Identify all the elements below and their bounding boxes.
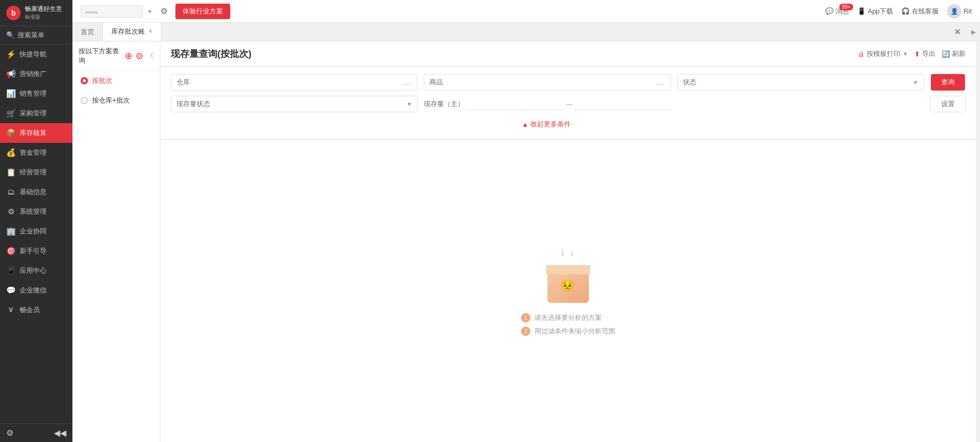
messages-badge: 99+ <box>839 4 853 10</box>
steam-1 <box>562 246 563 256</box>
inventory-quantity-filter: 现存量（主） — <box>424 98 671 110</box>
app-download-action[interactable]: 📱 App下载 <box>857 7 893 16</box>
user-name: Rit <box>963 7 972 15</box>
sidebar-item-finance[interactable]: 💰 资金管理 <box>0 143 72 163</box>
radio-batch-icon <box>81 77 88 84</box>
tabbar: 首页 库存批次账 ✕ ✕ ▶ <box>72 23 980 41</box>
tab-home-label: 首页 <box>81 27 94 37</box>
sidebar-item-wechat[interactable]: 💬 企业微信 <box>0 281 72 300</box>
hint-2: 2 用过滤条件来缩小分析范围 <box>521 327 615 336</box>
warehouse-label: 仓库 <box>176 78 190 87</box>
sidebar-item-label: 资金管理 <box>20 148 47 157</box>
basic-icon: 🗂 <box>6 187 16 197</box>
sidebar-item-label: 营销推广 <box>20 69 47 79</box>
tab-active-label: 库存批次账 <box>111 27 145 36</box>
print-label: 按模板打印 <box>867 49 900 58</box>
status-arrow[interactable]: ▼ <box>913 79 918 85</box>
add-scheme-icon[interactable]: ⊕ <box>125 50 132 62</box>
collapse-filters-button[interactable]: ▲ 收起更多条件 <box>171 116 924 132</box>
topbar-right: 💬 消息 99+ 📱 App下载 🎧 在线客服 👤 Rit <box>825 4 972 19</box>
apps-icon: 📱 <box>6 266 16 275</box>
empty-hints: 1 请先选择要分析的方案 2 用过滤条件来缩小分析范围 <box>521 313 615 336</box>
messages-action[interactable]: 💬 消息 99+ <box>825 7 849 16</box>
inv-status-arrow[interactable]: ▼ <box>406 101 412 107</box>
online-service-action[interactable]: 🎧 在线客服 <box>901 7 939 16</box>
quantity-max-input[interactable] <box>575 98 671 110</box>
quantity-min-input[interactable] <box>467 98 563 110</box>
radio-inner <box>83 79 86 82</box>
newbie-icon: 🎯 <box>6 246 16 256</box>
member-icon: V <box>6 305 16 315</box>
topbar-gear-icon[interactable]: ⚙ <box>157 4 171 19</box>
refresh-label: 刷新 <box>952 49 966 58</box>
sidebar-item-newbie[interactable]: 🎯 新手引导 <box>0 241 72 261</box>
topbar-dropdown-arrow[interactable]: ▼ <box>147 8 153 14</box>
enterprise-icon: 🏢 <box>6 227 16 236</box>
tab-home[interactable]: 首页 <box>72 23 103 41</box>
warehouse-input[interactable]: 仓库 ... <box>171 74 418 91</box>
wechat-icon: 💬 <box>6 286 16 295</box>
sidebar-item-inventory[interactable]: 📦 库存核算 <box>0 123 72 143</box>
refresh-button[interactable]: 🔄 刷新 <box>942 49 966 58</box>
warehouse-filter: 仓库 ... <box>171 74 418 91</box>
sidebar-item-quick-nav[interactable]: ⚡ 快捷导航 <box>0 45 72 64</box>
status-filter: 状态 ▼ <box>677 74 924 91</box>
scheme-by-warehouse-batch[interactable]: 按仓库+批次 <box>72 91 160 110</box>
sidebar-item-marketing[interactable]: 📢 营销推广 <box>0 64 72 84</box>
query-button[interactable]: 查询 <box>931 74 965 91</box>
sidebar-item-purchase[interactable]: 🛒 采购管理 <box>0 104 72 123</box>
right-content: 现存量查询(按批次) 🖨 按模板打印 ▼ ⬆ 导出 🔄 刷新 <box>160 41 976 442</box>
product-label: 商品 <box>429 78 443 87</box>
tabbar-close-button[interactable]: ✕ <box>948 23 967 41</box>
sidebar-item-system[interactable]: ⚙ 系统管理 <box>0 202 72 222</box>
scrollbar[interactable] <box>976 41 980 442</box>
user-avatar: 👤 <box>947 4 961 19</box>
settings-button[interactable]: 设置 <box>930 96 966 112</box>
tab-inventory-batch[interactable]: 库存批次账 ✕ <box>103 23 161 41</box>
sidebar-item-label: 系统管理 <box>20 207 47 216</box>
inventory-status-input[interactable]: 现存量状态 ▼ <box>171 96 418 112</box>
search-box-text: ▬▬ <box>85 8 98 15</box>
sidebar-item-label: 经营管理 <box>20 168 47 177</box>
app-download-icon: 📱 <box>857 7 866 15</box>
warehouse-dots[interactable]: ... <box>403 79 412 86</box>
topbar-search-box[interactable]: ▬▬ <box>81 5 143 18</box>
brand-sub: 标准版 <box>25 13 62 21</box>
sidebar-header: b 畅康通好生意 标准版 <box>0 0 72 26</box>
messages-icon: 💬 <box>825 7 834 15</box>
sidebar-item-basic[interactable]: 🗂 基础信息 <box>0 182 72 202</box>
product-dots[interactable]: ... <box>657 79 665 86</box>
hint-2-text: 用过滤条件来缩小分析范围 <box>534 327 615 336</box>
print-button[interactable]: 🖨 按模板打印 ▼ <box>858 49 908 58</box>
export-button[interactable]: ⬆ 导出 <box>914 49 936 58</box>
user-profile[interactable]: 👤 Rit <box>947 4 972 19</box>
settings-scheme-icon[interactable]: ⊚ <box>136 50 143 62</box>
sidebar-item-operation[interactable]: 📋 经营管理 <box>0 163 72 182</box>
purchase-icon: 🛒 <box>6 109 16 118</box>
sidebar-search[interactable]: 🔍 搜索菜单 <box>0 26 72 45</box>
product-input[interactable]: 商品 ... <box>424 74 671 91</box>
status-input[interactable]: 状态 ▼ <box>677 74 924 91</box>
tabbar-right-arrow[interactable]: ▶ <box>967 23 980 41</box>
main-area: ▬▬ ▼ ⚙ 体验行业方案 💬 消息 99+ 📱 App下载 🎧 在线客服 <box>72 0 980 442</box>
topbar: ▬▬ ▼ ⚙ 体验行业方案 💬 消息 99+ 📱 App下载 🎧 在线客服 <box>72 0 980 23</box>
sidebar-item-enterprise[interactable]: 🏢 企业协同 <box>0 222 72 241</box>
sales-icon: 📊 <box>6 89 16 98</box>
scheme-by-batch[interactable]: 按批次 <box>72 71 160 91</box>
collapse-label: 收起更多条件 <box>530 120 571 129</box>
sidebar-item-member[interactable]: V 畅会员 <box>0 300 72 320</box>
sidebar-item-sales[interactable]: 📊 销售管理 <box>0 84 72 104</box>
collapse-panel-icon[interactable]: 《 <box>146 51 154 61</box>
tab-close-button[interactable]: ✕ <box>148 28 153 35</box>
sidebar-item-label: 库存核算 <box>20 128 47 138</box>
inventory-status-filter: 现存量状态 ▼ <box>171 96 418 112</box>
content-area: 按以下方案查询 ⊕ ⊚ 《 按批次 按仓库+批次 <box>72 41 980 442</box>
collapse-sidebar-icon[interactable]: ◀◀ <box>54 428 66 438</box>
trial-industry-button[interactable]: 体验行业方案 <box>175 4 230 19</box>
print-dropdown-arrow[interactable]: ▼ <box>902 51 908 57</box>
sidebar: b 畅康通好生意 标准版 🔍 搜索菜单 ⚡ 快捷导航 📢 营销推广 📊 销售管理… <box>0 0 72 442</box>
empty-illustration: 😣 <box>537 246 599 303</box>
settings-footer-icon[interactable]: ⚙ <box>6 428 13 438</box>
sidebar-item-apps[interactable]: 📱 应用中心 <box>0 261 72 281</box>
inventory-icon: 📦 <box>6 128 16 138</box>
